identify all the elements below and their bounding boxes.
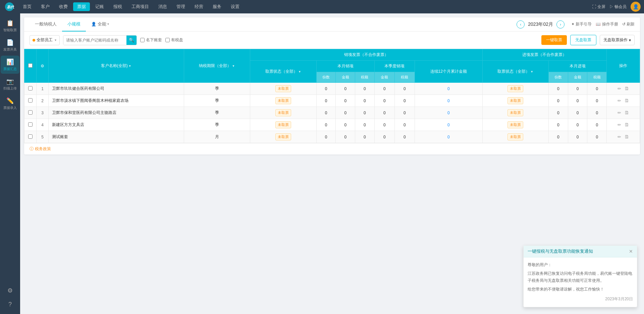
nav-item-首页[interactable]: 首页 [19,2,36,11]
sidebar-icon: 📊 [6,58,14,66]
edit-btn[interactable]: ✏ [616,122,622,128]
sidebar-item-扫描上传[interactable]: 📷 扫描上传 [1,75,19,93]
sidebar-item-发票开具[interactable]: 📄 发票开具 [1,36,19,54]
nav-item-经营[interactable]: 经营 [191,2,207,11]
refresh-btn[interactable]: ↺ 刷新 [622,21,635,27]
table-row: 5 测试账套 月 未取票 0 0 0 0 0 0 未取票 0 0 0 ✏ 🖺 [24,131,640,143]
member-btn[interactable]: ▷ 畅会员 [609,4,627,10]
row-checkbox-cell [24,119,37,131]
tab-small[interactable]: 小规模 [62,17,86,32]
tab-general[interactable]: 一般纳税人 [30,17,62,32]
avatar[interactable]: 👤 [631,2,641,12]
nav-item-客户[interactable]: 客户 [37,2,54,11]
view-btn[interactable]: 🖺 [624,98,630,104]
th-settings[interactable]: ⚙ [37,49,49,83]
row-sales-status: 未取票 [250,119,317,131]
nav-item-报税[interactable]: 报税 [109,2,126,11]
tab-all[interactable]: 👤 全能 ▾ [86,17,114,32]
notif-close-btn[interactable]: ✕ [629,249,633,254]
manual-btn[interactable]: 📖 操作手册 [596,21,618,27]
select-all-checkbox[interactable] [28,63,33,68]
employee-select[interactable]: 全部员工 ▾ [30,35,60,45]
nav-menu: 首页客户收费票据记账报税工商项目消息管理经营服务设置 [19,2,592,11]
checkbox-taxpanel-input[interactable] [165,38,170,42]
row-checkbox[interactable] [28,122,33,127]
taxperiod-filter-icon[interactable]: ▼ [232,64,235,68]
edit-btn[interactable]: ✏ [616,98,622,104]
diskless-op-btn[interactable]: 无盘取票操作 ▾ [600,35,635,45]
row-sales-status: 未取票 [250,95,317,107]
row-sq-jine: 0 [374,119,394,131]
sidebar-icon: 📋 [6,19,14,27]
row-num: 4 [37,119,49,131]
sidebar-item-票据录入[interactable]: ✏️ 票据录入 [1,95,19,113]
row-sm-fen: 0 [316,107,336,119]
table-row: 4 新建区方方文具店 季 未取票 0 0 0 0 0 0 未取票 0 0 0 ✏… [24,119,640,131]
view-btn[interactable]: 🖺 [624,85,630,92]
search-input[interactable] [63,36,126,45]
row-num: 3 [37,107,49,119]
checkbox-accounts-input[interactable] [140,38,145,42]
checkbox-taxpanel[interactable]: 有税盘 [165,37,183,43]
edit-btn[interactable]: ✏ [616,85,622,92]
view-btn[interactable]: 🖺 [624,134,630,140]
row-sq-shuie: 0 [394,107,415,119]
diskless-op-label: 无盘取票操作 [603,37,628,43]
sidebar-bottom-item-帮助[interactable]: ? [1,298,19,311]
th-pm-fen: 份数 [549,72,568,83]
sidebar-item-票据汇总[interactable]: 📊 票据汇总 [1,56,19,74]
bottom-bar-icon: ⓘ [30,146,34,152]
search-box: 🔍 [63,35,137,45]
row-purchase-status: 未取票 [482,83,549,95]
row-checkbox[interactable] [28,110,33,115]
fullscreen-btn[interactable]: ⛶ 全屏 [592,4,605,10]
row-sm-jine: 0 [336,131,355,143]
purchase-status-filter-icon[interactable]: ▼ [530,70,533,73]
row-taxperiod: 季 [184,107,250,119]
notif-header: 一键报税与无盘取票功能恢复通知 ✕ [524,246,637,257]
one-click-btn[interactable]: 一键取票 [541,35,567,45]
date-next-btn[interactable]: › [556,20,565,28]
row-sm-fen: 0 [316,95,336,107]
th-sm-fen: 份数 [316,72,336,83]
row-sm-shuie: 0 [355,119,375,131]
diskless-btn[interactable]: 无盘取票 [570,35,596,45]
th-op: 操作 [607,49,640,83]
row-checkbox[interactable] [28,86,33,90]
logo[interactable]: 易代 [3,1,15,13]
edit-btn[interactable]: ✏ [616,134,622,140]
row-pm-jine: 0 [568,83,587,95]
nav-item-设置[interactable]: 设置 [227,2,244,11]
customer-filter-icon[interactable]: ▼ [128,64,131,68]
notif-date: 2023年3月20日 [528,296,633,303]
view-btn[interactable]: 🖺 [624,110,630,116]
row-checkbox-cell [24,83,37,95]
search-btn[interactable]: 🔍 [126,35,137,45]
nav-item-服务[interactable]: 服务 [209,2,225,11]
th-sq-jine: 金额 [374,72,394,83]
guide-btn[interactable]: ✦ 新手引导 [571,21,592,27]
row-checkbox[interactable] [28,98,33,103]
nav-item-记账[interactable]: 记账 [91,2,108,11]
row-actions: ✏ 🖺 [607,119,640,131]
toolbar: 全部员工 ▾ 🔍 名下账套 有税盘 一键取票 无盘取票 无盘取票操作 ▾ [24,32,640,49]
nav-item-工商项目[interactable]: 工商项目 [127,2,153,11]
sidebar-bottom-item-设置[interactable]: ⚙ [1,284,19,297]
notif-greeting: 尊敬的用户： [528,261,633,269]
bottom-bar[interactable]: ⓘ 税务政策 [24,143,640,154]
row-sy-jine: 0 [415,131,482,143]
row-checkbox[interactable] [28,134,33,139]
row-pm-shuie: 0 [587,131,607,143]
edit-btn[interactable]: ✏ [616,110,622,116]
nav-item-管理[interactable]: 管理 [172,2,189,11]
sidebar-item-智能取票[interactable]: 📋 智能取票 [1,17,19,35]
date-prev-btn[interactable]: ‹ [517,20,525,28]
sales-status-filter-icon[interactable]: ▼ [298,70,301,73]
view-btn[interactable]: 🖺 [624,122,630,128]
nav-item-消息[interactable]: 消息 [154,2,171,11]
row-sm-jine: 0 [336,119,355,131]
row-checkbox-cell [24,107,37,119]
nav-item-收费[interactable]: 收费 [55,2,72,11]
checkbox-accounts[interactable]: 名下账套 [140,37,162,43]
nav-item-票据[interactable]: 票据 [73,2,90,11]
